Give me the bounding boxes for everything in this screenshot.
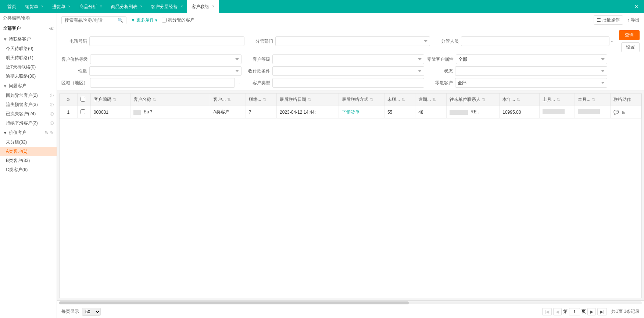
page-size-select[interactable]: 50 100 — [82, 308, 101, 316]
chat-action-icon[interactable]: 💬 — [613, 110, 619, 115]
nav-analysis-list-close[interactable]: × — [140, 0, 143, 13]
filter-retail-select[interactable]: 全部 — [455, 78, 607, 88]
th-checkbox — [77, 93, 90, 106]
sidebar-search-input[interactable] — [3, 15, 57, 21]
filter-dept-select[interactable] — [275, 36, 430, 46]
th-code[interactable]: 客户编码 ⇅ — [90, 93, 130, 106]
filter-customer-level-select[interactable] — [272, 54, 425, 64]
content-area: 🔍 ▼ 更多条件 ▾ 我分管的客户 ☰ 批量操作 ↑ 导出 — [57, 13, 644, 318]
filter-customer-level: 客户等级 — [244, 54, 425, 64]
value-refresh-icon[interactable]: ↻ — [45, 130, 49, 135]
th-contact-person[interactable]: 往来单位联系人 ⇅ — [446, 93, 500, 106]
sidebar-item-tomorrow[interactable]: 明天待联络(1) — [0, 53, 57, 63]
page-size-label: 每页显示 — [61, 308, 79, 315]
more-filters-btn[interactable]: ▼ 更多条件 ▾ — [131, 17, 157, 23]
nav-home[interactable]: 首页 — [3, 0, 21, 13]
sidebar-group-value-arrow[interactable]: ▼ — [3, 130, 7, 135]
sidebar: 🔍 全部客户 ≪ ▼ 待联络客户 今天待联络(0) 明天待联络(1) 近7天待联… — [0, 13, 57, 318]
avatar-placeholder — [133, 110, 141, 115]
grid-action-icon[interactable]: ⊞ — [622, 110, 626, 115]
filter-region-input[interactable] — [90, 78, 235, 88]
filter-person-dots[interactable]: ··· — [609, 39, 616, 44]
search-input[interactable] — [65, 18, 116, 23]
nav-customer-segment[interactable]: 客户分层经营 × — [147, 0, 187, 13]
top-nav: 首页 销货单 × 进货单 × 商品分析 × 商品分析列表 × 客户分层经营 × … — [0, 0, 644, 13]
nav-analysis-close[interactable]: × — [100, 0, 102, 13]
action-buttons: 查询 设置 — [619, 30, 640, 52]
filter-customer-type-input[interactable] — [272, 78, 425, 88]
page-input[interactable] — [569, 308, 580, 315]
filter-nature-select[interactable] — [89, 66, 242, 76]
th-type[interactable]: 客户... ⇅ — [210, 93, 246, 106]
filter-person-input[interactable] — [461, 36, 609, 46]
nav-analysis-list[interactable]: 商品分析列表 × — [107, 0, 147, 13]
nav-customer-contact-close[interactable]: × — [212, 0, 214, 13]
sidebar-item-b-class[interactable]: B类客户(33) — [0, 156, 57, 165]
sidebar-item-overdue[interactable]: 逾期未联络(30) — [0, 72, 57, 81]
sidebar-item-declining[interactable]: 持续下滑客户(2) ⓘ — [0, 119, 57, 128]
th-overdue[interactable]: 逾期... ⇅ — [415, 93, 446, 106]
filter-phone-input[interactable] — [89, 36, 244, 46]
my-customers-checkbox[interactable] — [162, 18, 167, 22]
sidebar-item-today[interactable]: 今天待联络(0) — [0, 44, 57, 53]
sidebar-group-problem[interactable]: ▼ 问题客户 — [0, 81, 57, 91]
select-all-checkbox[interactable] — [80, 97, 85, 102]
batch-op-button[interactable]: ☰ 批量操作 — [594, 15, 623, 25]
th-last-date[interactable]: 最后联络日期 ⇅ — [277, 93, 339, 106]
nav-sales-close[interactable]: × — [41, 0, 43, 13]
value-edit-icon[interactable]: ✎ — [50, 130, 54, 135]
sort-icon-contact-person: ⇅ — [482, 97, 486, 102]
nav-purchase[interactable]: 进货单 × — [48, 0, 75, 13]
window-close-button[interactable]: × — [632, 3, 641, 10]
query-button[interactable]: 查询 — [619, 30, 640, 40]
th-name[interactable]: 客户名称 ⇅ — [130, 93, 210, 106]
export-button[interactable]: ↑ 导出 — [627, 17, 640, 23]
sidebar-collapse-icon[interactable]: ≪ — [49, 26, 54, 31]
nav-purchase-close[interactable]: × — [68, 0, 71, 13]
filter-customer-type: 客户类型 — [244, 78, 425, 88]
filter-payment-select[interactable] — [272, 66, 425, 76]
sidebar-item-ungroup[interactable]: 未分组(32) — [0, 138, 57, 147]
sidebar-item-repurchase-abnormal[interactable]: 回购异常客户(2) ⓘ — [0, 91, 57, 100]
nav-analysis[interactable]: 商品分析 × — [75, 0, 107, 13]
th-this-year[interactable]: 本年... ⇅ — [500, 93, 539, 106]
sidebar-item-lost-warning[interactable]: 流失预警客户(3) ⓘ — [0, 100, 57, 109]
settings-button[interactable]: 设置 — [621, 42, 640, 52]
gear-icon[interactable]: ⚙ — [66, 97, 70, 102]
filter-customer-type-label: 客户类型 — [244, 80, 270, 86]
filter-price-level-select[interactable] — [90, 54, 242, 64]
nav-customer-segment-close[interactable]: × — [180, 0, 183, 13]
th-action: 联络动作 — [610, 93, 641, 106]
th-last-method[interactable]: 最后联络方式 ⇅ — [339, 93, 384, 106]
nav-customer-contact[interactable]: 客户联络 × — [187, 0, 219, 13]
table-header-row: ⚙ 客户编码 ⇅ 客户名称 — [60, 93, 641, 106]
th-unlink-days[interactable]: 未联... ⇅ — [384, 93, 415, 106]
row-last-method-link[interactable]: 下销货单 — [342, 109, 359, 114]
sidebar-group-problem-label: 问题客户 — [9, 83, 26, 89]
last-page-btn[interactable]: ▶| — [597, 308, 607, 315]
th-this-month[interactable]: 本月... ⇅ — [575, 93, 610, 106]
filter-region-dots[interactable]: ··· — [235, 80, 242, 85]
filter-status-select[interactable] — [455, 66, 607, 76]
sidebar-item-lost[interactable]: 已流失客户(24) ⓘ — [0, 109, 57, 119]
sidebar-group-problem-arrow: ▼ — [3, 84, 7, 89]
first-page-btn[interactable]: |◀ — [542, 308, 552, 315]
row-last-date: 2023-04-12 14:44: — [277, 106, 339, 119]
scrollbar-thumb[interactable] — [59, 301, 409, 304]
next-page-btn[interactable]: ▶ — [587, 308, 596, 315]
row-checkbox[interactable] — [80, 109, 85, 114]
sidebar-item-a-class[interactable]: A类客户(1) — [0, 147, 57, 156]
data-table: ⚙ 客户编码 ⇅ 客户名称 — [60, 93, 641, 119]
prev-page-btn[interactable]: ◀ — [553, 308, 562, 315]
info-icon-declining: ⓘ — [50, 121, 54, 126]
filter-retail-attr-select[interactable]: 全部 — [456, 54, 607, 64]
filter-payment: 收付款条件 — [244, 66, 425, 76]
nav-sales[interactable]: 销货单 × — [21, 0, 48, 13]
th-contact[interactable]: 联络... ⇅ — [246, 93, 276, 106]
horizontal-scrollbar[interactable] — [57, 300, 644, 305]
my-customers-filter[interactable]: 我分管的客户 — [162, 17, 194, 23]
th-last-month[interactable]: 上月... ⇅ — [539, 93, 575, 106]
sidebar-group-pending[interactable]: ▼ 待联络客户 — [0, 34, 57, 44]
sidebar-item-c-class[interactable]: C类客户(6) — [0, 165, 57, 174]
sidebar-item-7days[interactable]: 近7天待联络(0) — [0, 63, 57, 72]
